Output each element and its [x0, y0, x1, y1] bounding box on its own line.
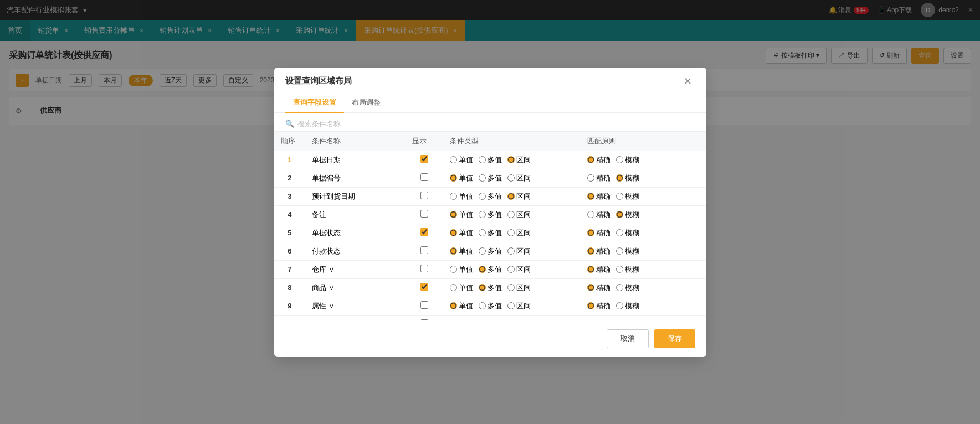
type-radio-input[interactable] — [450, 302, 457, 309]
type-radio-区间[interactable]: 区间 — [507, 228, 531, 238]
match-radio-input[interactable] — [616, 284, 623, 291]
type-radio-单值[interactable]: 单值 — [450, 173, 473, 183]
type-radio-单值[interactable]: 单值 — [450, 228, 473, 238]
row-show[interactable] — [406, 242, 443, 260]
type-radio-多值[interactable]: 多值 — [479, 155, 502, 165]
type-radio-input[interactable] — [450, 156, 457, 163]
save-button[interactable]: 保存 — [654, 329, 695, 348]
type-radio-input[interactable] — [450, 174, 457, 182]
row-show[interactable] — [406, 224, 443, 242]
match-radio-精确[interactable]: 精确 — [587, 210, 610, 220]
type-radio-多值[interactable]: 多值 — [479, 210, 502, 220]
type-radio-input[interactable] — [507, 284, 515, 291]
match-radio-input[interactable] — [587, 302, 594, 309]
match-radio-精确[interactable]: 精确 — [587, 265, 610, 275]
dialog-close-button[interactable]: ✕ — [680, 75, 695, 87]
type-radio-input[interactable] — [479, 229, 486, 236]
type-radio-input[interactable] — [479, 156, 486, 163]
type-radio-单值[interactable]: 单值 — [450, 246, 473, 256]
match-radio-精确[interactable]: 精确 — [587, 283, 610, 293]
match-radio-模糊[interactable]: 模糊 — [616, 246, 639, 256]
match-radio-input[interactable] — [616, 229, 623, 236]
match-radio-input[interactable] — [587, 156, 594, 163]
match-radio-input[interactable] — [616, 266, 623, 273]
type-radio-单值[interactable]: 单值 — [450, 210, 473, 220]
type-radio-单值[interactable]: 单值 — [450, 192, 473, 201]
match-radio-模糊[interactable]: 模糊 — [616, 155, 639, 165]
type-radio-input[interactable] — [507, 229, 515, 236]
row-show[interactable] — [406, 315, 443, 320]
match-radio-模糊[interactable]: 模糊 — [616, 210, 639, 220]
match-radio-精确[interactable]: 精确 — [587, 228, 610, 238]
type-radio-区间[interactable]: 区间 — [507, 155, 531, 165]
type-radio-input[interactable] — [479, 193, 486, 200]
match-radio-input[interactable] — [587, 193, 594, 200]
show-checkbox[interactable] — [420, 228, 428, 236]
type-radio-单值[interactable]: 单值 — [450, 283, 473, 293]
type-radio-区间[interactable]: 区间 — [507, 210, 531, 220]
type-radio-input[interactable] — [507, 193, 515, 200]
match-radio-精确[interactable]: 精确 — [587, 246, 610, 256]
type-radio-input[interactable] — [479, 247, 486, 255]
match-radio-精确[interactable]: 精确 — [587, 155, 610, 165]
show-checkbox[interactable] — [420, 301, 428, 309]
type-radio-input[interactable] — [507, 211, 515, 218]
match-radio-input[interactable] — [616, 193, 623, 200]
match-radio-模糊[interactable]: 模糊 — [616, 283, 639, 293]
type-radio-input[interactable] — [507, 247, 515, 255]
type-radio-多值[interactable]: 多值 — [479, 265, 502, 275]
show-checkbox[interactable] — [420, 265, 428, 272]
type-radio-多值[interactable]: 多值 — [479, 192, 502, 201]
row-show[interactable] — [406, 260, 443, 278]
match-radio-模糊[interactable]: 模糊 — [616, 265, 639, 275]
match-radio-input[interactable] — [587, 211, 594, 218]
type-radio-input[interactable] — [450, 266, 457, 273]
type-radio-input[interactable] — [450, 193, 457, 200]
match-radio-模糊[interactable]: 模糊 — [616, 192, 639, 201]
match-radio-模糊[interactable]: 模糊 — [616, 228, 639, 238]
type-radio-input[interactable] — [507, 302, 515, 309]
match-radio-input[interactable] — [616, 247, 623, 255]
type-radio-input[interactable] — [507, 266, 515, 273]
match-radio-精确[interactable]: 精确 — [587, 173, 610, 183]
tab-query-fields[interactable]: 查询字段设置 — [285, 93, 344, 113]
type-radio-input[interactable] — [507, 174, 515, 182]
tab-layout-adjust[interactable]: 布局调整 — [344, 93, 388, 113]
match-radio-模糊[interactable]: 模糊 — [616, 301, 639, 311]
row-show[interactable] — [406, 205, 443, 224]
match-radio-input[interactable] — [616, 302, 623, 309]
type-radio-input[interactable] — [479, 211, 486, 218]
type-radio-input[interactable] — [479, 174, 486, 182]
type-radio-多值[interactable]: 多值 — [479, 283, 502, 293]
type-radio-input[interactable] — [479, 266, 486, 273]
type-radio-单值[interactable]: 单值 — [450, 155, 473, 165]
type-radio-区间[interactable]: 区间 — [507, 283, 531, 293]
type-radio-区间[interactable]: 区间 — [507, 301, 531, 311]
show-checkbox[interactable] — [420, 155, 428, 163]
dialog-overlay[interactable]: 设置查询区域布局 ✕ 查询字段设置 布局调整 🔍 顺序 条件名称 — [0, 0, 980, 424]
show-checkbox[interactable] — [420, 246, 428, 254]
show-checkbox[interactable] — [420, 173, 428, 181]
type-radio-单值[interactable]: 单值 — [450, 301, 473, 311]
row-show[interactable] — [406, 297, 443, 315]
row-show[interactable] — [406, 151, 443, 169]
type-radio-区间[interactable]: 区间 — [507, 192, 531, 201]
row-show[interactable] — [406, 278, 443, 297]
type-radio-多值[interactable]: 多值 — [479, 301, 502, 311]
match-radio-精确[interactable]: 精确 — [587, 192, 610, 201]
match-radio-input[interactable] — [616, 174, 623, 182]
type-radio-input[interactable] — [479, 302, 486, 309]
type-radio-单值[interactable]: 单值 — [450, 265, 473, 275]
match-radio-input[interactable] — [616, 156, 623, 163]
match-radio-input[interactable] — [616, 211, 623, 218]
type-radio-input[interactable] — [450, 211, 457, 218]
type-radio-区间[interactable]: 区间 — [507, 246, 531, 256]
type-radio-input[interactable] — [479, 284, 486, 291]
match-radio-模糊[interactable]: 模糊 — [616, 173, 639, 183]
match-radio-input[interactable] — [587, 266, 594, 273]
match-radio-input[interactable] — [587, 229, 594, 236]
match-radio-input[interactable] — [587, 247, 594, 255]
show-checkbox[interactable] — [420, 210, 428, 218]
type-radio-多值[interactable]: 多值 — [479, 246, 502, 256]
type-radio-input[interactable] — [507, 156, 515, 163]
